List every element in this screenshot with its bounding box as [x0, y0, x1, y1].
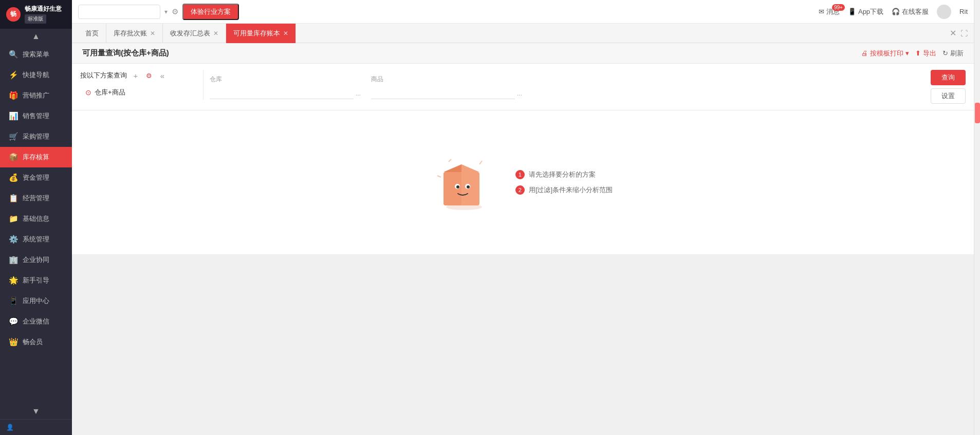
sidebar-item-label: 资金管理: [23, 173, 49, 182]
tab-available-label: 可用量库存账本: [233, 29, 280, 38]
collapse-scheme-button[interactable]: «: [157, 70, 168, 81]
sidebar-item-search[interactable]: 🔍 搜索菜单: [0, 44, 72, 65]
hint-2: 2 用[过滤]条件来缩小分析范围: [515, 185, 613, 195]
sidebar-item-marketing[interactable]: 🎁 营销推广: [0, 85, 72, 106]
sidebar-item-appcenter[interactable]: 📱 应用中心: [0, 291, 72, 311]
warehouse-more-icon[interactable]: ...: [356, 90, 361, 97]
sidebar-item-label: 采购管理: [23, 132, 49, 141]
trial-button[interactable]: 体验行业方案: [182, 4, 239, 20]
sidebar-item-corp[interactable]: 🏢 企业协同: [0, 250, 72, 270]
sidebar-item-shortcut[interactable]: ⚡ 快捷导航: [0, 65, 72, 85]
refresh-label: 刷新: [950, 49, 964, 58]
sidebar-item-label: 营销推广: [23, 91, 49, 100]
sidebar-item-inventory[interactable]: 📦 库存核算: [0, 147, 72, 167]
sidebar-item-sales[interactable]: 📊 销售管理: [0, 106, 72, 126]
expand-tabs-icon[interactable]: ⛶: [960, 29, 968, 37]
system-icon: ⚙️: [8, 235, 19, 244]
sidebar-header: 畅 畅康通好生意 标准版: [0, 0, 72, 29]
filter-scheme-panel: 按以下方案查询 + ⚙ « ⊙ 仓库+商品: [80, 70, 204, 100]
edition-badge: 标准版: [25, 14, 46, 24]
edit-scheme-button[interactable]: ⚙: [143, 70, 155, 81]
filter-settings-button[interactable]: 设置: [931, 88, 966, 104]
sales-icon: 📊: [8, 111, 19, 121]
sidebar-item-label: 快捷导航: [23, 70, 49, 80]
shortcut-icon: ⚡: [8, 70, 19, 80]
sidebar-item-label: 系统管理: [23, 235, 49, 244]
username-label[interactable]: Rit: [959, 8, 968, 15]
tab-home[interactable]: 首页: [78, 24, 106, 43]
empty-illustration: [433, 152, 495, 213]
member-icon: 👑: [8, 337, 19, 347]
scrollbar-thumb: [975, 103, 980, 123]
hint-2-number: 2: [515, 185, 525, 195]
refresh-button[interactable]: ↻ 刷新: [942, 49, 964, 58]
finance-icon: 💰: [8, 173, 19, 182]
svg-point-7: [456, 185, 459, 188]
app-label: App下载: [858, 7, 883, 16]
newguide-icon: 🌟: [8, 276, 19, 285]
add-scheme-button[interactable]: +: [130, 70, 141, 81]
tab-summary[interactable]: 收发存汇总表 ✕: [163, 24, 226, 43]
sidebar-item-operations[interactable]: 📋 经营管理: [0, 188, 72, 209]
brand-name: 畅康通好生意: [25, 5, 62, 13]
scheme-item-icon: ⊙: [85, 88, 91, 97]
appcenter-icon: 📱: [8, 296, 19, 306]
close-all-tabs-icon[interactable]: ✕: [950, 28, 956, 38]
filter-product-field: 商品 ...: [371, 75, 522, 99]
search-chevron-icon[interactable]: ▾: [164, 8, 168, 15]
sidebar-item-wechat[interactable]: 💬 企业微信: [0, 311, 72, 332]
hint-1-number: 1: [515, 170, 525, 179]
filter-fields: 仓库 ... 商品 ... 查询 设置: [210, 70, 966, 104]
corp-icon: 🏢: [8, 255, 19, 264]
hint-1: 1 请先选择要分析的方案: [515, 170, 613, 179]
right-scrollbar[interactable]: [974, 0, 980, 435]
topbar-search-input[interactable]: [78, 5, 160, 19]
service-button[interactable]: 🎧 在线客服: [892, 7, 929, 16]
sidebar-item-label: 库存核算: [23, 153, 49, 162]
settings-icon[interactable]: ⚙: [172, 7, 178, 16]
scroll-up-btn[interactable]: ▲: [0, 29, 72, 44]
scheme-item-label: 仓库+商品: [95, 88, 125, 97]
sidebar-item-label: 新手引导: [23, 276, 49, 285]
warehouse-input[interactable]: [210, 85, 354, 99]
message-icon: ✉: [819, 8, 824, 15]
product-more-icon[interactable]: ...: [517, 90, 522, 97]
main-area: ▾ ⚙ 体验行业方案 ✉ 消息 99+ 📱 App下载 🎧 在线客服 Rit 首…: [72, 0, 974, 435]
operations-icon: 📋: [8, 194, 19, 203]
empty-state-content: 1 请先选择要分析的方案 2 用[过滤]条件来缩小分析范围: [433, 152, 613, 213]
tab-batch[interactable]: 库存批次账 ✕: [106, 24, 163, 43]
wechat-icon: 💬: [8, 317, 19, 326]
app-download-button[interactable]: 📱 App下载: [848, 7, 883, 16]
tabbar: 首页 库存批次账 ✕ 收发存汇总表 ✕ 可用量库存账本 ✕ ✕ ⛶: [72, 24, 974, 43]
sidebar-item-newguide[interactable]: 🌟 新手引导: [0, 270, 72, 291]
service-label: 在线客服: [902, 7, 929, 16]
empty-state: 1 请先选择要分析的方案 2 用[过滤]条件来缩小分析范围: [72, 110, 974, 254]
sidebar-item-label: 企业微信: [23, 317, 49, 326]
sidebar-item-finance[interactable]: 💰 资金管理: [0, 167, 72, 188]
sidebar-item-system[interactable]: ⚙️ 系统管理: [0, 229, 72, 250]
tab-available[interactable]: 可用量库存账本 ✕: [226, 24, 296, 43]
inventory-icon: 📦: [8, 153, 19, 162]
tab-summary-close-icon[interactable]: ✕: [213, 30, 218, 37]
product-input[interactable]: [371, 85, 515, 99]
sidebar-item-basic[interactable]: 📁 基础信息: [0, 209, 72, 229]
export-button[interactable]: ⬆ 导出: [915, 49, 936, 58]
scheme-item-warehouse-product[interactable]: ⊙ 仓库+商品: [80, 85, 197, 100]
sidebar-item-purchase[interactable]: 🛒 采购管理: [0, 126, 72, 147]
sidebar-item-member[interactable]: 👑 畅会员: [0, 332, 72, 352]
tab-summary-label: 收发存汇总表: [170, 29, 210, 38]
sidebar-nav: 🔍 搜索菜单 ⚡ 快捷导航 🎁 营销推广 📊 销售管理 🛒 采购管理 📦 库存核…: [0, 44, 72, 404]
user-icon: 👤: [6, 424, 14, 431]
page-content: 可用量查询(按仓库+商品) 🖨 按模板打印 ▾ ⬆ 导出 ↻ 刷新: [72, 43, 974, 435]
export-label: 导出: [923, 49, 936, 58]
print-icon: 🖨: [861, 49, 868, 57]
message-button[interactable]: ✉ 消息 99+: [819, 7, 840, 16]
print-button[interactable]: 🖨 按模板打印 ▾: [861, 49, 909, 58]
scroll-down-btn[interactable]: ▼: [0, 404, 72, 419]
tab-batch-close-icon[interactable]: ✕: [150, 30, 155, 37]
sidebar-item-label: 销售管理: [23, 111, 49, 121]
print-label: 按模板打印: [870, 49, 903, 58]
sidebar-item-label: 基础信息: [23, 214, 49, 223]
query-button[interactable]: 查询: [931, 70, 966, 85]
tab-available-close-icon[interactable]: ✕: [283, 30, 288, 37]
